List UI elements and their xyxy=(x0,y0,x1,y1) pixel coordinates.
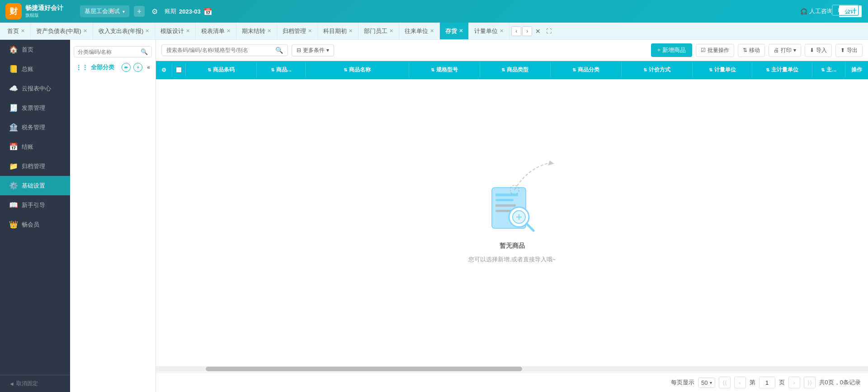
th-checkbox[interactable] xyxy=(172,63,186,76)
batch-ops-button[interactable]: ☑ 批量操作 xyxy=(696,44,734,57)
th-product-category[interactable]: ⇅ 商品分类 xyxy=(551,62,622,77)
th-main-unit[interactable]: ⇅ 主计量单位 xyxy=(752,62,812,77)
product-search-bar[interactable]: 🔍 xyxy=(161,44,288,56)
tab-scroll-left-button[interactable]: ‹ xyxy=(511,26,521,36)
select-all-checkbox[interactable] xyxy=(176,67,182,73)
horizontal-scrollbar[interactable] xyxy=(156,366,868,372)
sort-icon: ⇅ xyxy=(208,67,211,72)
sidebar: 🏠 首页 📒 总账 ☁️ 云报表中心 🧾 发票管理 🏦 税务管理 📅 结账 📁 … xyxy=(0,40,70,392)
print-icon: 🖨 xyxy=(774,47,779,53)
th-product-code[interactable]: ⇅ 商品... xyxy=(257,62,306,77)
first-page-button[interactable]: ⟨⟨ xyxy=(719,377,731,388)
page-number-input[interactable] xyxy=(759,377,775,388)
close-icon[interactable]: ✕ xyxy=(267,28,271,34)
calendar-icon[interactable]: 📅 xyxy=(203,7,212,16)
settings-icon[interactable]: ⚙ xyxy=(149,6,160,17)
sidebar-item-settings[interactable]: ⚙️ 基础设置 xyxy=(0,176,70,195)
scrollbar-thumb[interactable] xyxy=(206,367,522,371)
print-button[interactable]: 🖨 打印 ▾ xyxy=(769,44,801,57)
close-icon[interactable]: ✕ xyxy=(349,28,353,34)
close-icon[interactable]: ✕ xyxy=(430,28,434,34)
sidebar-item-archive[interactable]: 📁 归档管理 xyxy=(0,156,70,176)
svg-marker-0 xyxy=(548,161,554,165)
tab-home[interactable]: 首页 ✕ xyxy=(2,23,31,40)
tab-unit[interactable]: 计量单位 ✕ xyxy=(469,23,509,40)
category-all-item[interactable]: ⋮⋮ 全部分类 ✏ ＋ « xyxy=(70,60,156,75)
tab-period-close[interactable]: 期末结转 ✕ xyxy=(236,23,277,40)
move-button[interactable]: ⇅ 移动 xyxy=(738,44,765,57)
add-product-button[interactable]: + 新增商品 xyxy=(651,43,692,57)
tab-income-expense[interactable]: 收入支出表(年报) ✕ xyxy=(93,23,156,40)
sort-icon: ⇅ xyxy=(344,67,347,72)
next-page-button[interactable]: › xyxy=(788,377,800,388)
chevron-down-icon: ▾ xyxy=(123,9,125,14)
th-unit[interactable]: ⇅ 计量单位 xyxy=(693,62,753,77)
tab-archive[interactable]: 归档管理 ✕ xyxy=(277,23,318,40)
th-price-method[interactable]: ⇅ 计价方式 xyxy=(622,62,693,77)
empty-state: 暂无商品 您可以选择新增,或者直接导入哦~ xyxy=(156,79,868,365)
category-search-input[interactable] xyxy=(78,49,141,55)
period-area: 账期 2023-03 📅 xyxy=(165,7,212,16)
iam-badge[interactable]: iAM * xyxy=(832,5,859,16)
sidebar-item-home[interactable]: 🏠 首页 xyxy=(0,40,70,59)
sort-icon: ⇅ xyxy=(572,67,576,72)
close-icon[interactable]: ✕ xyxy=(186,28,190,34)
sidebar-item-guide[interactable]: 📖 新手引导 xyxy=(0,195,70,215)
cloud-icon: ☁️ xyxy=(9,84,17,93)
th-extra[interactable]: ⇅ 主... xyxy=(812,62,845,77)
tab-tax[interactable]: 税表清单 ✕ xyxy=(196,23,236,40)
sidebar-item-close[interactable]: 📅 结账 xyxy=(0,137,70,156)
cancel-pin-button[interactable]: ◄ 取消固定 xyxy=(0,375,70,392)
th-settings[interactable]: ⚙ xyxy=(156,63,172,77)
sidebar-item-member[interactable]: 👑 畅会员 xyxy=(0,215,70,234)
close-icon[interactable]: ✕ xyxy=(308,28,312,34)
tab-balance-sheet[interactable]: 资产负债表(中期) ✕ xyxy=(31,23,93,40)
edit-category-button[interactable]: ✏ xyxy=(122,63,131,72)
more-filter-button[interactable]: ⊟ 更多条件 ▾ xyxy=(292,44,334,57)
close-icon[interactable]: ✕ xyxy=(226,28,231,34)
close-icon[interactable]: ✕ xyxy=(83,28,87,34)
table-header: ⚙ ⇅ 商品条码 ⇅ 商品... ⇅ 商品名称 xyxy=(156,61,868,79)
sidebar-item-invoice[interactable]: 🧾 发票管理 xyxy=(0,98,70,118)
close-icon[interactable]: ✕ xyxy=(389,28,393,34)
close-icon[interactable]: ✕ xyxy=(500,28,504,34)
collapse-panel-button[interactable]: « xyxy=(147,64,150,71)
tab-vendors[interactable]: 往来单位 ✕ xyxy=(399,23,440,40)
empty-subtitle: 您可以选择新增,或者直接导入哦~ xyxy=(468,255,556,264)
tax-icon: 🏦 xyxy=(9,123,17,132)
tab-inventory[interactable]: 存货 ✕ xyxy=(440,23,469,40)
per-page-select[interactable]: 50 ▾ xyxy=(698,378,715,388)
th-product-name[interactable]: ⇅ 商品名称 xyxy=(306,62,409,77)
sidebar-item-tax[interactable]: 🏦 税务管理 xyxy=(0,118,70,137)
tab-scroll-right-button[interactable]: › xyxy=(522,26,532,36)
close-icon[interactable]: ✕ xyxy=(145,28,149,34)
close-icon[interactable]: ✕ xyxy=(21,28,25,34)
tab-template[interactable]: 模版设计 ✕ xyxy=(155,23,196,40)
th-product-type[interactable]: ⇅ 商品类型 xyxy=(480,62,551,77)
sort-icon: ⇅ xyxy=(501,67,505,72)
search-icon[interactable]: 🔍 xyxy=(275,47,283,54)
company-selector[interactable]: 基层工会测试 ▾ xyxy=(80,5,129,17)
consulting-button[interactable]: 🎧 人工咨询 xyxy=(800,7,833,15)
export-button[interactable]: ⬆ 导出 xyxy=(835,44,863,57)
add-category-button[interactable]: ＋ xyxy=(133,63,142,72)
add-tab-button[interactable]: ＋ xyxy=(134,6,145,17)
search-icon[interactable]: 🔍 xyxy=(141,48,148,55)
tab-close-all-button[interactable]: ✕ xyxy=(533,26,543,36)
th-spec[interactable]: ⇅ 规格型号 xyxy=(409,62,480,77)
product-search-input[interactable] xyxy=(166,47,274,53)
export-icon: ⬆ xyxy=(840,47,845,53)
th-barcode[interactable]: ⇅ 商品条码 xyxy=(186,62,257,77)
tab-expand-button[interactable]: ⛶ xyxy=(544,26,554,36)
close-icon[interactable]: ✕ xyxy=(459,28,463,34)
svg-rect-6 xyxy=(495,210,511,212)
tab-subject-initial[interactable]: 科目期初 ✕ xyxy=(318,23,359,40)
tab-department[interactable]: 部门员工 ✕ xyxy=(359,23,399,40)
sidebar-item-cloud[interactable]: ☁️ 云报表中心 xyxy=(0,79,70,98)
toolbar-right: + 新增商品 ☑ 批量操作 ⇅ 移动 🖨 打印 ▾ xyxy=(651,43,863,57)
import-button[interactable]: ⬇ 导入 xyxy=(805,44,832,57)
sidebar-item-ledger[interactable]: 📒 总账 xyxy=(0,59,70,79)
last-page-button[interactable]: ⟩⟩ xyxy=(804,377,816,388)
prev-page-button[interactable]: ‹ xyxy=(734,377,746,388)
category-search-box[interactable]: 🔍 xyxy=(74,46,152,57)
